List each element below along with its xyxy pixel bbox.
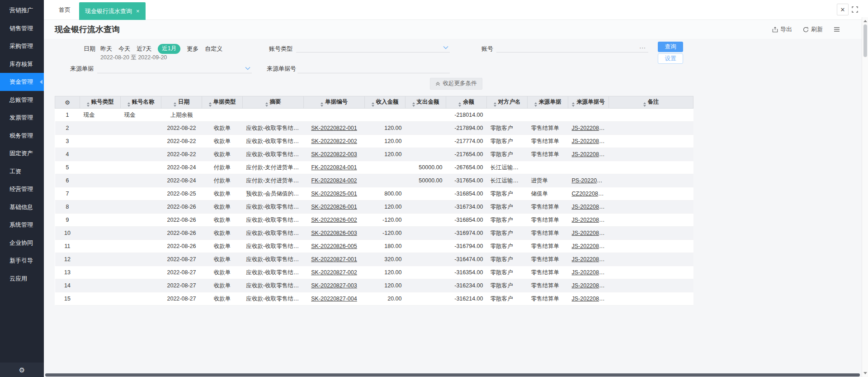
column-header[interactable]: 备注 <box>609 96 693 109</box>
doc-number-link[interactable]: SK-20220826-005 <box>304 240 365 253</box>
sort-arrows-icon[interactable] <box>494 102 496 107</box>
doc-number-link[interactable]: JS-20220826-0 <box>568 227 609 240</box>
sidebar-item[interactable]: 云应用 <box>0 270 44 288</box>
table-row[interactable]: 62022-08-24付款单应付款-支付进货单PS-20.FK-20220824… <box>55 174 693 187</box>
list-menu-icon[interactable] <box>834 27 840 32</box>
column-header[interactable]: 支出金额 <box>406 96 446 109</box>
tab-close-icon[interactable]: × <box>136 8 140 14</box>
doc-number-link[interactable]: SK-20220826-003 <box>304 227 365 240</box>
date-option[interactable]: 更多 <box>187 45 198 53</box>
sidebar-item[interactable]: 发票管理 <box>0 109 44 127</box>
sidebar-item[interactable]: 总账管理 <box>0 91 44 109</box>
tab-cash-bank-flow-query[interactable]: 现金银行流水查询 × <box>79 2 146 20</box>
table-row[interactable]: 92022-08-26收款单应收款-收取零售结算单JSSK-20220826-0… <box>55 214 693 227</box>
sort-arrows-icon[interactable] <box>174 102 176 107</box>
doc-number-link[interactable]: CZ2022082500 <box>568 187 609 200</box>
maximize-icon[interactable] <box>852 6 858 13</box>
doc-number-link[interactable]: SK-20220827-001 <box>304 253 365 266</box>
doc-number-link[interactable]: JS-20220827-0 <box>568 253 609 266</box>
sort-arrows-icon[interactable] <box>209 102 212 107</box>
table-row[interactable]: 22022-08-22收款单应收款-收取零售结算单JSSK-20220822-0… <box>55 122 693 135</box>
doc-number-link[interactable]: JS-20220827-0 <box>568 292 609 305</box>
doc-number-link[interactable]: SK-20220825-001 <box>304 187 365 200</box>
column-header[interactable]: 来源单据 <box>528 96 568 109</box>
table-row[interactable]: 112022-08-26收款单应收款-收取零售结算单JSSK-20220826-… <box>55 240 693 253</box>
account-more-icon[interactable]: ... <box>639 43 646 50</box>
doc-number-link[interactable]: SK-20220822-002 <box>304 135 365 148</box>
close-icon[interactable]: ✕ <box>837 4 849 15</box>
scroll-down-arrow-icon[interactable] <box>863 372 867 374</box>
sidebar-item[interactable]: 工资 <box>0 162 44 181</box>
account-input[interactable]: ... <box>496 42 648 52</box>
sort-arrows-icon[interactable] <box>458 102 461 107</box>
column-header[interactable]: 日期 <box>161 96 202 109</box>
doc-number-link[interactable]: SK-20220827-002 <box>304 266 365 279</box>
column-header[interactable]: 账号类型 <box>80 96 121 109</box>
column-header[interactable]: 单据编号 <box>304 96 365 109</box>
sort-arrows-icon[interactable] <box>87 102 90 107</box>
table-row[interactable]: 132022-08-27收款单应收款-收取零售结算单JSSK-20220827-… <box>55 266 693 279</box>
sort-arrows-icon[interactable] <box>572 102 575 107</box>
date-option[interactable]: 自定义 <box>205 45 222 53</box>
sidebar-item[interactable]: 基础信息 <box>0 198 44 216</box>
column-header[interactable]: 收入金额 <box>365 96 406 109</box>
sidebar-item[interactable]: 系统管理 <box>0 216 44 234</box>
table-row[interactable]: 82022-08-26收款单应收款-收取零售结算单JSSK-20220826-0… <box>55 200 693 214</box>
settings-button[interactable]: 设置 <box>658 53 683 64</box>
query-button[interactable]: 查询 <box>658 42 683 52</box>
vertical-scrollbar-thumb[interactable] <box>863 24 867 57</box>
column-header[interactable]: 余额 <box>446 96 487 109</box>
column-header[interactable]: 单据类型 <box>202 96 243 109</box>
doc-number-link[interactable]: SK-20220826-001 <box>304 200 365 214</box>
table-row[interactable]: 122022-08-27收款单应收款-收取零售结算单JSSK-20220827-… <box>55 253 693 266</box>
doc-number-link[interactable]: JS-20220822-0 <box>568 122 609 135</box>
horizontal-scrollbar-thumb[interactable] <box>45 373 860 377</box>
sidebar-item[interactable]: 销售管理 <box>0 19 44 38</box>
scroll-up-arrow-icon[interactable] <box>863 20 867 22</box>
sort-arrows-icon[interactable] <box>321 102 323 107</box>
doc-number-link[interactable]: FK-20220824-001 <box>304 161 365 174</box>
doc-number-link[interactable]: JS-20220826-0 <box>568 200 609 214</box>
sort-arrows-icon[interactable] <box>643 102 646 107</box>
doc-number-link[interactable]: JS-20220826-0 <box>568 214 609 227</box>
table-row[interactable]: 32022-08-22收款单应收款-收取零售结算单JSSK-20220822-0… <box>55 135 693 148</box>
table-row[interactable]: 152022-08-27收款单应收款-收取零售结算单JSSK-20220827-… <box>55 292 693 305</box>
table-column-settings-gear-icon[interactable]: ⚙ <box>55 96 80 109</box>
table-row[interactable]: 52022-08-24付款单应付款-支付进货单PS-20.FK-20220824… <box>55 161 693 174</box>
doc-number-link[interactable]: SK-20220827-004 <box>304 292 365 305</box>
collapse-conditions-button[interactable]: 收起更多条件 <box>430 78 482 90</box>
column-header[interactable]: 摘要 <box>243 96 304 109</box>
doc-number-link[interactable]: PS-20220824-0 <box>568 174 609 187</box>
sidebar-item[interactable]: 企业协同 <box>0 234 44 252</box>
doc-number-link[interactable]: SK-20220822-001 <box>304 122 365 135</box>
tab-home[interactable]: 首页 <box>50 0 79 19</box>
table-row[interactable]: 102022-08-26收款单应收款-收取零售结算单JSSK-20220826-… <box>55 227 693 240</box>
table-row[interactable]: 72022-08-25收款单预收款-会员储值的款项SK-20220825-001… <box>55 187 693 200</box>
doc-number-link[interactable]: JS-20220827-0 <box>568 266 609 279</box>
doc-number-link[interactable]: SK-20220827-003 <box>304 279 365 292</box>
doc-number-link[interactable]: JS-20220826-0 <box>568 240 609 253</box>
sidebar-item[interactable]: 营销推广 <box>0 1 44 19</box>
vertical-scrollbar[interactable] <box>862 17 868 377</box>
date-option[interactable]: 今天 <box>118 45 130 53</box>
date-option[interactable]: 近7天 <box>137 45 151 53</box>
sidebar-item[interactable]: 新手引导 <box>0 252 44 270</box>
doc-number-link[interactable]: JS-20220822-0 <box>568 148 609 161</box>
sidebar-item[interactable]: 库存核算 <box>0 55 44 73</box>
column-header[interactable]: 账号名称 <box>121 96 161 109</box>
source-doc-select[interactable] <box>97 63 252 73</box>
doc-number-link[interactable]: FK-20220824-002 <box>304 174 365 187</box>
column-header[interactable]: 来源单据号 <box>568 96 609 109</box>
column-header[interactable]: 对方户名 <box>487 96 528 109</box>
doc-number-link[interactable]: SK-20220822-003 <box>304 148 365 161</box>
settings-gear-icon[interactable]: ⚙ <box>19 367 25 373</box>
sort-arrows-icon[interactable] <box>412 102 415 107</box>
sidebar-item[interactable]: 固定资产 <box>0 144 44 162</box>
sidebar-item[interactable]: 税务管理 <box>0 127 44 145</box>
table-row[interactable]: 1现金现金上期余额-218014.00 <box>55 109 693 122</box>
sidebar-item[interactable]: 采购管理 <box>0 37 44 55</box>
table-row[interactable]: 142022-08-27收款单应收款-收取零售结算单JSSK-20220827-… <box>55 279 693 292</box>
source-doc-no-input[interactable] <box>297 63 450 73</box>
refresh-button[interactable]: 刷新 <box>803 25 823 33</box>
date-option[interactable]: 近1月 <box>158 44 180 54</box>
